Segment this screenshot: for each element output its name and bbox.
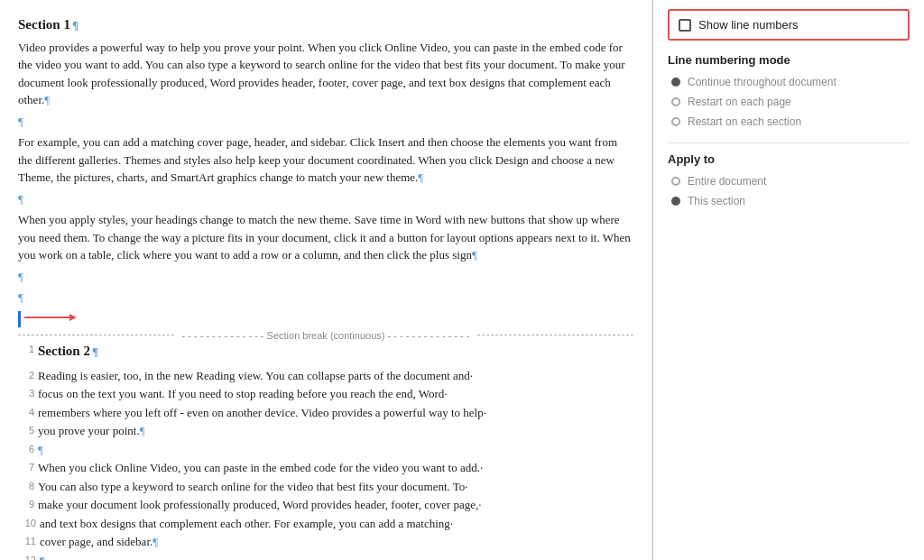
s2-text-5: you prove your point.¶ [38, 422, 633, 440]
line-numbering-option-2[interactable]: Restart on each section [668, 115, 910, 128]
s2-line-6: 6 ¶ [18, 441, 633, 459]
section1-para1-text: Video provides a powerful way to help yo… [18, 41, 625, 107]
cursor-marker [18, 310, 633, 330]
s2-line-4: 4 remembers where you left off - even on… [18, 404, 633, 422]
apply-to-option-0-label: Entire document [688, 175, 766, 188]
radio-dot-apply-selected [671, 197, 680, 206]
s2-linenum-8: 8 [18, 478, 34, 494]
line-numbering-option-2-label: Restart on each section [688, 115, 801, 128]
section1-heading-text: Section 1 [18, 14, 70, 35]
s2-linenum-4: 4 [18, 404, 34, 420]
line-numbering-option-0[interactable]: Continue throughout document [668, 76, 910, 88]
line-numbering-option-0-label: Continue throughout document [688, 76, 836, 88]
section1-heading: Section 1¶ [18, 14, 633, 35]
s2-line-12: 12 ¶ [18, 552, 633, 561]
document-area[interactable]: Section 1¶ Video provides a powerful way… [0, 0, 652, 560]
s2-text-3: focus on the text you want. If you need … [38, 385, 633, 403]
radio-empty-2 [671, 117, 680, 126]
s2-line-2: 2 Reading is easier, too, in the new Rea… [18, 367, 633, 385]
s2-linenum-5: 5 [18, 422, 34, 438]
s2-text-2: Reading is easier, too, in the new Readi… [38, 367, 633, 385]
line-numbering-mode-title: Line numbering mode [668, 53, 910, 67]
section1-para2: For example, you can add a matching cove… [18, 133, 633, 187]
apply-to-option-1-label: This section [688, 195, 745, 207]
cursor-bar [18, 311, 21, 327]
section2-heading-row: 1 Section 2¶ [18, 341, 633, 365]
s2-linenum-7: 7 [18, 459, 34, 475]
radio-empty-apply-0 [671, 177, 680, 186]
section1-pilcrow1: ¶ [18, 113, 633, 131]
apply-to-option-1[interactable]: This section [668, 195, 910, 207]
s2-line-3: 3 focus on the text you want. If you nee… [18, 385, 633, 403]
s2-text-7: When you click Online Video, you can pas… [38, 459, 633, 477]
s2-text-11: cover page, and sidebar.¶ [40, 533, 633, 551]
s2-text-8: You can also type a keyword to search on… [38, 478, 633, 496]
show-line-numbers-row[interactable]: Show line numbers [668, 9, 910, 41]
sidebar: Show line numbers Line numbering mode Co… [653, 0, 924, 560]
section2-heading-pilcrow: ¶ [92, 343, 98, 361]
show-line-numbers-label: Show line numbers [698, 18, 799, 32]
radio-empty-1 [671, 97, 680, 106]
section-break: - - - - - - - - - - - - - - Section brea… [18, 335, 633, 335]
s2-text-10: and text box designs that complement eac… [40, 515, 633, 533]
s2-text-4: remembers where you left off - even on a… [38, 404, 633, 422]
section1-pilcrow3: ¶ [18, 268, 633, 286]
section1-para1: Video provides a powerful way to help yo… [18, 39, 633, 109]
show-line-numbers-checkbox[interactable] [679, 19, 691, 32]
section1-pilcrow4: ¶ [18, 289, 633, 307]
s2-linenum-9: 9 [18, 496, 34, 512]
s2-linenum-2: 2 [18, 367, 34, 383]
section2-heading-text: Section 2 [38, 341, 90, 362]
s2-text-9: make your document look professionally p… [38, 496, 633, 514]
line-numbering-option-1[interactable]: Restart on each page [668, 96, 910, 108]
s2-line-9: 9 make your document look professionally… [18, 496, 633, 514]
section1-para3-text: When you apply styles, your headings cha… [18, 213, 631, 262]
section1-heading-pilcrow: ¶ [72, 16, 79, 34]
s2-line-5: 5 you prove your point.¶ [18, 422, 633, 440]
s2-line-8: 8 You can also type a keyword to search … [18, 478, 633, 496]
s2-linenum-6: 6 [18, 441, 34, 457]
section1-para3: When you apply styles, your headings cha… [18, 211, 633, 264]
apply-to-option-0[interactable]: Entire document [668, 175, 910, 188]
apply-to-section: Apply to Entire document This section [668, 152, 910, 215]
section2-heading-linenum: 1 [18, 341, 34, 357]
radio-dot-selected [671, 78, 680, 87]
section1-pilcrow2: ¶ [18, 190, 633, 208]
cursor-arrow [23, 310, 77, 330]
s2-line-11: 11 cover page, and sidebar.¶ [18, 533, 633, 551]
section2-heading: Section 2¶ [38, 341, 98, 362]
s2-linenum-12: 12 [18, 552, 36, 561]
s2-text-6: ¶ [38, 441, 633, 459]
s2-text-12: ¶ [40, 552, 633, 561]
s2-linenum-3: 3 [18, 385, 34, 401]
section-break-label: - - - - - - - - - - - - - - Section brea… [175, 328, 477, 344]
s2-line-7: 7 When you click Online Video, you can p… [18, 459, 633, 477]
s2-linenum-10: 10 [18, 515, 36, 531]
s2-line-10: 10 and text box designs that complement … [18, 515, 633, 533]
apply-to-title: Apply to [668, 152, 910, 166]
line-numbering-option-1-label: Restart on each page [688, 96, 791, 108]
svg-marker-1 [69, 314, 77, 321]
sidebar-divider [668, 142, 910, 143]
section1-para2-text: For example, you can add a matching cove… [18, 135, 617, 184]
s2-linenum-11: 11 [18, 533, 36, 549]
